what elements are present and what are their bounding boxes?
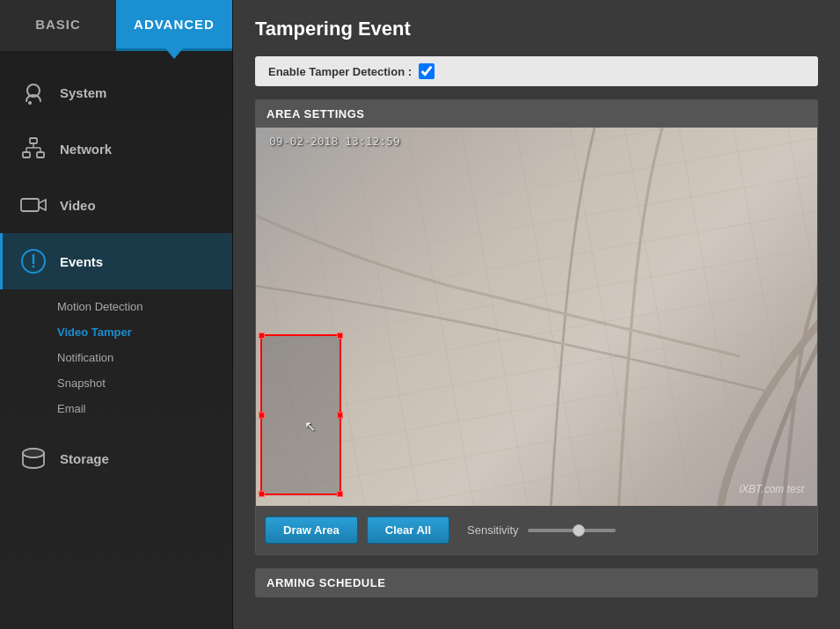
svg-rect-3 [30, 138, 37, 143]
handle-bottom-right[interactable] [337, 491, 343, 497]
sidebar-item-storage[interactable]: Storage [0, 430, 232, 486]
svg-rect-5 [37, 152, 44, 157]
enable-tamper-checkbox[interactable] [419, 63, 435, 79]
events-submenu: Motion Detection Video Tamper Notificati… [0, 289, 232, 430]
submenu-email[interactable]: Email [48, 396, 232, 421]
system-label: System [60, 85, 106, 100]
events-icon [16, 244, 51, 279]
handle-bottom-left[interactable] [259, 491, 265, 497]
enable-tamper-bar: Enable Tamper Detection : [255, 56, 818, 86]
submenu-snapshot[interactable]: Snapshot [48, 370, 232, 396]
handle-mid-left[interactable] [259, 412, 265, 418]
clear-all-button[interactable]: Clear All [367, 516, 449, 544]
svg-rect-4 [23, 152, 30, 157]
sidebar-item-network[interactable]: Network [0, 121, 232, 177]
tab-bar: BASIC ADVANCED [0, 0, 232, 51]
network-label: Network [60, 142, 112, 157]
page-title: Tampering Event [255, 18, 818, 40]
submenu-video-tamper[interactable]: Video Tamper [48, 319, 232, 345]
tab-basic[interactable]: BASIC [0, 0, 116, 51]
sidebar: BASIC ADVANCED System [0, 0, 233, 629]
sidebar-nav: System Network [0, 51, 232, 486]
system-icon [16, 75, 51, 110]
submenu-notification[interactable]: Notification [48, 345, 232, 370]
svg-point-15 [23, 449, 44, 457]
video-feed: 09-02-2018 13:12:59 iXBT.com test ↖ [256, 128, 817, 506]
main-content: Tampering Event Enable Tamper Detection … [233, 0, 840, 629]
tab-advanced[interactable]: ADVANCED [116, 0, 232, 51]
storage-label: Storage [60, 451, 109, 466]
cursor-indicator: ↖ [304, 418, 316, 435]
area-settings-section: AREA SETTINGS 09-02-2018 13:12:59 iXBT.c… [255, 99, 818, 555]
video-label: Video [60, 198, 96, 213]
storage-icon [16, 441, 51, 476]
sensitivity-slider[interactable] [528, 529, 616, 532]
arming-schedule-header: ARMING SCHEDULE [256, 569, 817, 596]
sensitivity-label: Sensitivity [467, 523, 519, 537]
sidebar-item-video[interactable]: Video [0, 177, 232, 233]
sidebar-item-system[interactable]: System [0, 64, 232, 121]
sidebar-item-events[interactable]: Events [0, 233, 232, 289]
sensitivity-slider-container [528, 529, 616, 532]
events-label: Events [60, 254, 103, 269]
svg-point-13 [33, 266, 35, 268]
video-area: 09-02-2018 13:12:59 iXBT.com test ↖ [256, 128, 817, 506]
submenu-motion-detection[interactable]: Motion Detection [48, 294, 232, 319]
button-row: Draw Area Clear All Sensitivity [256, 506, 817, 554]
enable-tamper-label: Enable Tamper Detection : [268, 65, 412, 78]
video-timestamp: 09-02-2018 13:12:59 [269, 135, 400, 148]
handle-top-right[interactable] [337, 333, 343, 339]
selection-rectangle[interactable] [260, 334, 341, 495]
area-settings-header: AREA SETTINGS [256, 100, 817, 128]
draw-area-button[interactable]: Draw Area [265, 516, 358, 544]
arming-schedule-section: ARMING SCHEDULE [255, 568, 818, 597]
svg-rect-10 [21, 199, 39, 211]
handle-top-left[interactable] [259, 333, 265, 339]
video-icon [16, 187, 51, 223]
handle-mid-right[interactable] [337, 412, 343, 418]
network-icon [16, 131, 51, 166]
video-watermark: iXBT.com test [739, 483, 804, 495]
